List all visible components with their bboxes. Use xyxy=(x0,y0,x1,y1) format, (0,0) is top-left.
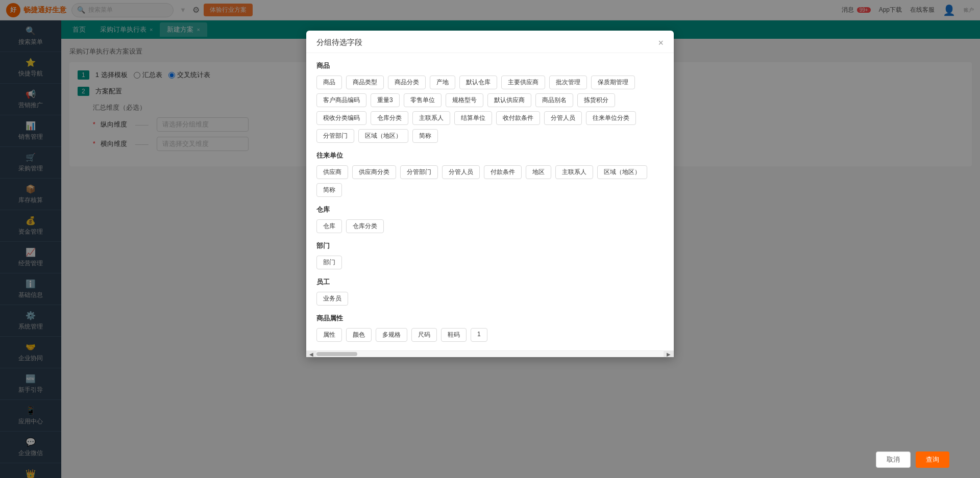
field-tag[interactable]: 产地 xyxy=(430,76,455,89)
cancel-button[interactable]: 取消 xyxy=(876,451,911,468)
modal-header: 分组待选字段 × xyxy=(306,31,674,53)
section-product-title: 商品 xyxy=(316,61,664,70)
product-attr-field-tags: 属性 颜色 多规格 尺码 鞋码 1 xyxy=(316,328,664,342)
product-field-tags: 商品 商品类型 商品分类 产地 默认仓库 主要供应商 批次管理 保质期管理 客户… xyxy=(316,76,664,143)
field-tag[interactable]: 地区 xyxy=(526,165,551,179)
warehouse-field-tags: 仓库 仓库分类 xyxy=(316,219,664,233)
field-tag[interactable]: 供应商分类 xyxy=(352,165,396,179)
scroll-thumb xyxy=(316,352,357,356)
section-warehouse-title: 仓库 xyxy=(316,205,664,214)
field-tag[interactable]: 部门 xyxy=(316,256,342,269)
section-department: 部门 部门 xyxy=(316,241,664,269)
field-tag[interactable]: 默认供应商 xyxy=(487,93,531,107)
field-tag[interactable]: 商品类型 xyxy=(346,76,384,89)
partner-field-tags: 供应商 供应商分类 分管部门 分管人员 付款条件 地区 主联系人 区域（地区） … xyxy=(316,165,664,197)
scroll-right-arrow[interactable]: ▶ xyxy=(664,351,674,357)
field-tag[interactable]: 区域（地区） xyxy=(597,165,647,179)
field-tag[interactable]: 零售单位 xyxy=(404,93,442,107)
section-product-attr: 商品属性 属性 颜色 多规格 尺码 鞋码 1 xyxy=(316,314,664,342)
section-department-title: 部门 xyxy=(316,241,664,250)
field-tag[interactable]: 商品 xyxy=(316,76,342,89)
field-tag[interactable]: 分管人员 xyxy=(442,165,480,179)
field-tag[interactable]: 仓库 xyxy=(316,219,342,233)
field-tag[interactable]: 税收分类编码 xyxy=(316,111,366,125)
field-tag[interactable]: 重量3 xyxy=(371,93,400,107)
field-tag[interactable]: 批次管理 xyxy=(549,76,587,89)
field-tag[interactable]: 结算单位 xyxy=(454,111,492,125)
field-tag[interactable]: 业务员 xyxy=(316,292,348,306)
field-tag[interactable]: 主要供应商 xyxy=(501,76,545,89)
field-tag[interactable]: 分管部门 xyxy=(316,129,354,143)
field-tag[interactable]: 客户商品编码 xyxy=(316,93,366,107)
field-tag[interactable]: 供应商 xyxy=(316,165,348,179)
scroll-track[interactable] xyxy=(316,351,664,357)
field-tag[interactable]: 多规格 xyxy=(376,328,407,342)
section-partner: 往来单位 供应商 供应商分类 分管部门 分管人员 付款条件 地区 主联系人 区域… xyxy=(316,151,664,197)
section-product-attr-title: 商品属性 xyxy=(316,314,664,323)
section-employee-title: 员工 xyxy=(316,278,664,287)
field-tag[interactable]: 分管人员 xyxy=(544,111,582,125)
employee-field-tags: 业务员 xyxy=(316,292,664,306)
field-tag[interactable]: 收付款条件 xyxy=(496,111,540,125)
section-employee: 员工 业务员 xyxy=(316,278,664,306)
field-tag[interactable]: 颜色 xyxy=(346,328,372,342)
field-tag[interactable]: 往来单位分类 xyxy=(586,111,636,125)
footer-buttons: 取消 查询 xyxy=(876,451,949,468)
field-tag[interactable]: 仓库分类 xyxy=(371,111,408,125)
field-tag[interactable]: 主联系人 xyxy=(555,165,593,179)
field-tag[interactable]: 简称 xyxy=(316,183,342,197)
field-tag[interactable]: 1 xyxy=(471,328,487,342)
modal-dialog: 分组待选字段 × 商品 商品 商品类型 商品分类 产地 默认仓库 主要供应商 批… xyxy=(306,31,674,357)
field-tag[interactable]: 鞋码 xyxy=(441,328,467,342)
field-tag[interactable]: 尺码 xyxy=(411,328,437,342)
modal-title: 分组待选字段 xyxy=(316,38,362,47)
field-tag[interactable]: 主联系人 xyxy=(412,111,450,125)
field-tag[interactable]: 保质期管理 xyxy=(591,76,635,89)
confirm-button[interactable]: 查询 xyxy=(916,451,949,468)
field-tag[interactable]: 仓库分类 xyxy=(346,219,384,233)
modal-close-button[interactable]: × xyxy=(658,38,664,47)
section-warehouse: 仓库 仓库 仓库分类 xyxy=(316,205,664,233)
field-tag[interactable]: 商品别名 xyxy=(535,93,573,107)
field-tag[interactable]: 简称 xyxy=(412,129,438,143)
field-tag[interactable]: 商品分类 xyxy=(388,76,426,89)
field-tag[interactable]: 规格型号 xyxy=(446,93,483,107)
section-product: 商品 商品 商品类型 商品分类 产地 默认仓库 主要供应商 批次管理 保质期管理… xyxy=(316,61,664,143)
department-field-tags: 部门 xyxy=(316,256,664,269)
section-partner-title: 往来单位 xyxy=(316,151,664,160)
field-tag[interactable]: 属性 xyxy=(316,328,342,342)
field-tag[interactable]: 分管部门 xyxy=(400,165,438,179)
field-tag[interactable]: 区域（地区） xyxy=(358,129,408,143)
modal-body[interactable]: 商品 商品 商品类型 商品分类 产地 默认仓库 主要供应商 批次管理 保质期管理… xyxy=(306,53,674,350)
modal-overlay: 分组待选字段 × 商品 商品 商品类型 商品分类 产地 默认仓库 主要供应商 批… xyxy=(0,0,980,478)
field-tag[interactable]: 拣货积分 xyxy=(577,93,615,107)
scroll-left-arrow[interactable]: ◀ xyxy=(306,351,316,357)
field-tag[interactable]: 默认仓库 xyxy=(459,76,497,89)
field-tag[interactable]: 付款条件 xyxy=(484,165,522,179)
modal-horizontal-scrollbar[interactable]: ◀ ▶ xyxy=(306,350,674,357)
